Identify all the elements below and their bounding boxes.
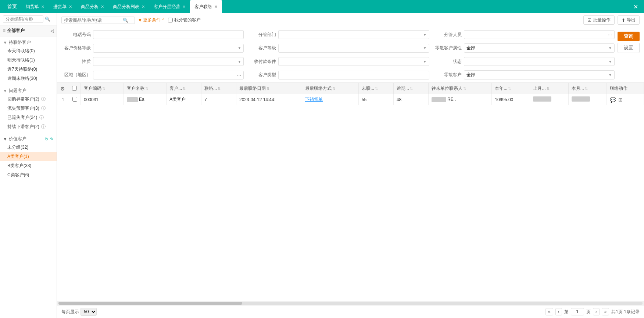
th-name[interactable]: 客户名称 ⇅ bbox=[124, 83, 167, 94]
year-amount-cell: 10995.00 bbox=[492, 94, 530, 105]
th-this-month[interactable]: 本月... ⇅ bbox=[568, 83, 607, 94]
th-overdue[interactable]: 逾期... ⇅ bbox=[393, 83, 428, 94]
per-page-select[interactable]: 50 bbox=[80, 308, 97, 316]
query-button-group: 查询 设置 bbox=[618, 30, 640, 53]
row-checkbox[interactable] bbox=[72, 97, 77, 102]
edit-icon[interactable]: ✎ bbox=[50, 137, 54, 142]
region-input[interactable]: ··· bbox=[93, 71, 244, 80]
sort-icon: ⇅ bbox=[102, 86, 105, 91]
more-action-icon[interactable]: ⊞ bbox=[618, 97, 623, 103]
retail-customer-label: 零散客户 bbox=[432, 72, 462, 78]
sidebar-search-icon[interactable]: 🔍 bbox=[45, 17, 50, 22]
scroll-thumb[interactable] bbox=[58, 302, 242, 305]
sidebar-overdue-contact[interactable]: 逾期未联络(30) bbox=[0, 74, 57, 83]
export-button[interactable]: ⬆ 导出 bbox=[618, 15, 640, 25]
my-customers-checkbox[interactable]: 我分管的客户 bbox=[168, 17, 201, 23]
sidebar-c-class[interactable]: C类客户(6) bbox=[0, 170, 57, 180]
payment-select[interactable]: ▼ bbox=[278, 57, 429, 66]
nav-purchase[interactable]: 进货单 ✕ bbox=[49, 0, 76, 13]
nature-label: 性质 bbox=[61, 59, 91, 65]
th-type[interactable]: 客户... ⇅ bbox=[167, 83, 201, 94]
sidebar-churned[interactable]: 已流失客户(24) ⓘ bbox=[0, 113, 57, 122]
sidebar-churn-warning[interactable]: 流失预警客户(3) ⓘ bbox=[0, 104, 57, 113]
top-nav: 首页 销货单 ✕ 进货单 ✕ 商品分析 ✕ 商品分析列表 ✕ 客户分层经营 ✕ … bbox=[0, 0, 644, 13]
sort-icon: ⇅ bbox=[585, 86, 588, 91]
nav-analysis-list[interactable]: 商品分析列表 ✕ bbox=[108, 0, 149, 13]
customer-level-dropdown-icon: ▼ bbox=[423, 46, 427, 50]
sidebar-pending-label[interactable]: ▼ 待联络客户 bbox=[0, 38, 57, 46]
filter-icon: ▼ bbox=[138, 18, 142, 23]
sidebar-today-contact[interactable]: 今天待联络(0) bbox=[0, 46, 57, 56]
close-analysis-tab[interactable]: ✕ bbox=[101, 4, 104, 9]
nav-home[interactable]: 首页 bbox=[3, 0, 21, 13]
customer-level-select[interactable]: ▼ bbox=[278, 44, 429, 53]
retail-attr-field: 零散客户属性 全部 ▼ bbox=[432, 43, 615, 53]
th-last-method[interactable]: 最后联络方式 ⇅ bbox=[302, 83, 358, 94]
th-gear[interactable]: ⚙ bbox=[57, 83, 69, 94]
main-layout: 🔍 ⠿ 全部客户 ◁ ▼ 待联络客户 今天待联络(0) 明天待联络(1) 近7天… bbox=[0, 13, 644, 318]
manager-dots-icon: ··· bbox=[608, 32, 612, 38]
select-all-checkbox[interactable] bbox=[72, 86, 77, 91]
last-date-cell: 2023-04-12 14:44: bbox=[236, 94, 302, 105]
page-number-input[interactable] bbox=[571, 308, 584, 315]
adv-filter-row1: 电话号码 分管部门 ▼ 分管人员 bbox=[61, 30, 615, 39]
batch-operation-button[interactable]: ☑ 批量操作 bbox=[583, 15, 615, 25]
nature-dropdown-icon: ▼ bbox=[237, 60, 241, 64]
price-level-label: 客户价格等级 bbox=[61, 45, 91, 51]
nature-select[interactable]: ▼ bbox=[93, 57, 244, 66]
retail-customer-select[interactable]: 全部 ▼ bbox=[464, 70, 615, 80]
th-last-month[interactable]: 上月... ⇅ bbox=[530, 83, 568, 94]
horizontal-scrollbar[interactable] bbox=[57, 301, 644, 305]
sidebar-declining[interactable]: 持续下滑客户(2) ⓘ bbox=[0, 122, 57, 131]
th-contact2[interactable]: 往来单位联系人 ⇅ bbox=[428, 83, 492, 94]
prev-page-button[interactable]: ‹ bbox=[555, 308, 562, 315]
last-method-link[interactable]: 下销货单 bbox=[305, 97, 323, 102]
setting-button[interactable]: 设置 bbox=[618, 43, 640, 53]
phone-input[interactable] bbox=[93, 30, 244, 39]
nav-customer-contact[interactable]: 客户联络 ✕ bbox=[190, 0, 222, 13]
close-purchase-tab[interactable]: ✕ bbox=[69, 4, 72, 9]
sidebar-unclassified[interactable]: 未分组(32) bbox=[0, 143, 57, 152]
dept-select[interactable]: ▼ bbox=[278, 30, 429, 39]
gear-icon[interactable]: ⚙ bbox=[60, 86, 65, 92]
sort-icon: ⇅ bbox=[332, 86, 335, 91]
th-year-amount[interactable]: 本年... ⇅ bbox=[492, 83, 530, 94]
status-select[interactable]: ▼ bbox=[464, 57, 615, 66]
sidebar-value-header[interactable]: ▼ 价值客户 ↻ ✎ bbox=[0, 134, 57, 143]
filter-search-input[interactable] bbox=[64, 18, 123, 23]
refresh-icon[interactable]: ↻ bbox=[45, 137, 49, 142]
nav-sales[interactable]: 销货单 ✕ bbox=[21, 0, 49, 13]
filter-search-icon[interactable]: 🔍 bbox=[123, 18, 128, 23]
sidebar-a-class[interactable]: A类客户(1) bbox=[0, 152, 57, 161]
price-level-select[interactable]: ▼ bbox=[93, 44, 244, 53]
customer-type-input[interactable] bbox=[278, 71, 429, 80]
sidebar-week-contact[interactable]: 近7天待联络(0) bbox=[0, 65, 57, 74]
nav-analysis[interactable]: 商品分析 ✕ bbox=[76, 0, 108, 13]
close-analysis-list-tab[interactable]: ✕ bbox=[142, 4, 145, 9]
sidebar-repurchase-abnormal[interactable]: 回购异常客户(2) ⓘ bbox=[0, 95, 57, 104]
advanced-filter: 电话号码 分管部门 ▼ 分管人员 bbox=[57, 27, 644, 83]
close-segment-tab[interactable]: ✕ bbox=[182, 4, 186, 9]
sidebar-all-customers[interactable]: ⠿ 全部客户 ◁ bbox=[0, 25, 57, 36]
manager-input[interactable]: ··· bbox=[464, 30, 615, 39]
sidebar-b-class[interactable]: B类客户(33) bbox=[0, 161, 57, 170]
sidebar-tomorrow-contact[interactable]: 明天待联络(1) bbox=[0, 56, 57, 65]
th-uncontacted[interactable]: 未联... ⇅ bbox=[358, 83, 393, 94]
th-code[interactable]: 客户编码 ⇅ bbox=[81, 83, 124, 94]
close-window-button[interactable]: ✕ bbox=[630, 3, 641, 10]
sidebar-search-input[interactable] bbox=[3, 15, 43, 23]
contact-action-icon[interactable]: 💬 bbox=[610, 97, 616, 103]
more-filters-button[interactable]: ▼ 更多条件 ⌃ bbox=[138, 17, 165, 23]
first-page-button[interactable]: « bbox=[545, 308, 553, 315]
close-sales-tab[interactable]: ✕ bbox=[41, 4, 44, 9]
sidebar-problem-label[interactable]: ▼ 问题客户 bbox=[0, 86, 57, 95]
retail-attr-select[interactable]: 全部 ▼ bbox=[464, 43, 615, 53]
query-button[interactable]: 查询 bbox=[618, 32, 640, 41]
th-contact[interactable]: 联络... ⇅ bbox=[201, 83, 236, 94]
close-contact-tab[interactable]: ✕ bbox=[214, 4, 218, 9]
th-last-date[interactable]: 最后联络日期 ⇅ bbox=[236, 83, 302, 94]
nav-customer-segment[interactable]: 客户分层经营 ✕ bbox=[149, 0, 190, 13]
next-page-button[interactable]: › bbox=[593, 308, 600, 315]
my-customers-check[interactable] bbox=[168, 18, 173, 22]
last-page-button[interactable]: » bbox=[602, 308, 609, 315]
